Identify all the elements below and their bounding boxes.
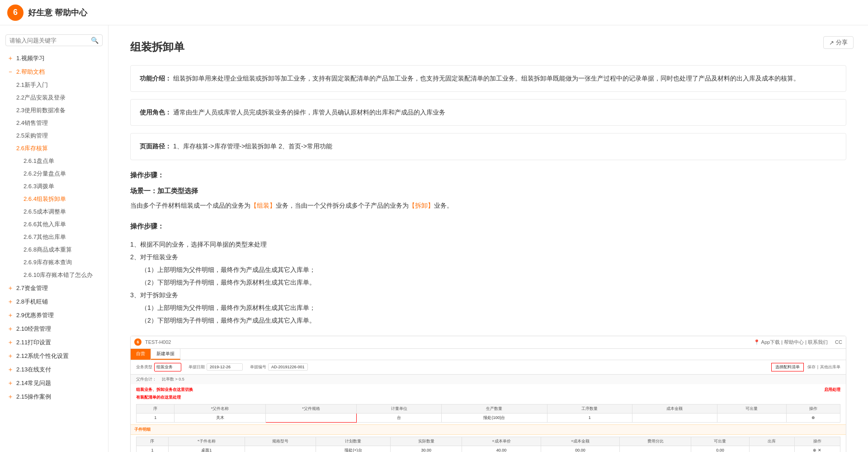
plus-icon-9: ＋: [7, 379, 14, 387]
mock-logo: 6: [134, 338, 142, 346]
mock-parent-row-1: 1 关木 台 报处(100)台 1 ⊕: [137, 413, 840, 422]
plus-icon: ＋: [7, 54, 14, 62]
sidebar-item-finance[interactable]: ＋ 2.7资金管理: [0, 281, 108, 295]
feature-intro-text: 组装拆卸单用来处理企业组装或拆卸等加工业务，支持有固定装配清单的产品加工业务，也…: [173, 75, 800, 82]
plus-icon-6: ＋: [7, 338, 14, 347]
plus-icon-7: ＋: [7, 352, 14, 360]
steps-title: 操作步骤：: [130, 222, 846, 231]
plus-icon-5: ＋: [7, 325, 14, 333]
mock-annotation-clearlist: 有装配清单的在这里处理: [136, 395, 181, 400]
sidebar-item-print[interactable]: ＋ 2.11打印设置: [0, 336, 108, 349]
sidebar-item-stocktake[interactable]: 2.6.1盘点单: [0, 155, 108, 167]
sidebar-item-payment[interactable]: ＋ 2.13在线支付: [0, 363, 108, 376]
mock-select-bill-btn: 选择配料清单: [771, 363, 804, 371]
sidebar-item-other-in[interactable]: 2.6.6其他入库单: [0, 218, 108, 231]
sidebar-item-data-prep[interactable]: 2.3使用前数据准备: [0, 104, 108, 117]
sidebar-item-install[interactable]: 2.2产品安装及登录: [0, 91, 108, 104]
share-button[interactable]: ↗ 分享: [823, 36, 854, 49]
sidebar-item-cost-recalc[interactable]: 2.6.8商品成本重算: [0, 243, 108, 256]
path-section: 页面路径： 1、库存核算->库存管理->组装拆卸单 2、首页->常用功能: [130, 133, 846, 160]
mock-tab-newbill: 新建单据: [151, 349, 180, 360]
sidebar-item-newbie[interactable]: 2.1新手入门: [0, 79, 108, 91]
sidebar-item-ops[interactable]: ＋ 2.10经营管理: [0, 322, 108, 336]
search-icon[interactable]: 🔍: [91, 37, 99, 44]
feature-intro-label: 功能介绍：: [140, 75, 171, 82]
content-area: ↗ 分享 组装拆卸单 功能介绍： 组装拆卸单用来处理企业组装或拆卸等加工业务，支…: [108, 25, 868, 452]
sidebar-item-ledger-fix[interactable]: 2.6.10库存账本错了怎么办: [0, 269, 108, 281]
sidebar-item-coupon[interactable]: ＋ 2.9优惠券管理: [0, 309, 108, 322]
sidebar-item-cases[interactable]: ＋ 2.15操作案例: [0, 390, 108, 404]
mock-parent-table: 序 *父件名称 *父件规格 计量单位 生产数量 工序数量 成本金额 可出量 操作: [136, 404, 840, 423]
mock-parent-section: 序 *父件名称 *父件规格 计量单位 生产数量 工序数量 成本金额 可出量 操作: [131, 402, 846, 424]
feature-intro-section: 功能介绍： 组装拆卸单用来处理企业组装或拆卸等加工业务，支持有固定装配清单的产品…: [130, 65, 846, 92]
search-box[interactable]: 🔍: [5, 34, 103, 46]
mock-tab-ziyingbtn: 自营: [131, 349, 151, 360]
mock-child-section-header: 子件明细: [131, 424, 846, 435]
search-input[interactable]: [9, 37, 91, 44]
mock-child-table: 序 *子件名称 规格型号 计划数量 实际数量 +成本单价 +成本金额 费用分比 …: [136, 437, 840, 452]
sidebar: 🔍 ＋ 1.视频学习 － 2.帮助文档 2.1新手入门 2.2产品安装及登录 2…: [0, 25, 108, 452]
mock-app-title: TEST-H002: [145, 339, 171, 345]
main-layout: 🔍 ＋ 1.视频学习 － 2.帮助文档 2.1新手入门 2.2产品安装及登录 2…: [0, 25, 868, 452]
sidebar-item-stock-ledger[interactable]: 2.6.9库存账本查询: [0, 256, 108, 269]
sidebar-item-cost-adjust[interactable]: 2.6.5成本调整单: [0, 205, 108, 218]
minus-icon: －: [7, 68, 14, 76]
steps-list: 1、根据不同的业务，选择不同单据的类型来处理 2、对于组装业务 （1）上部明细为…: [130, 238, 846, 327]
scene1-title: 场景一：加工类型选择: [130, 187, 846, 195]
mock-tab-row: 自营 新建单据: [131, 349, 846, 360]
mock-child-section: 序 *子件名称 规格型号 计划数量 实际数量 +成本单价 +成本金额 费用分比 …: [131, 435, 846, 452]
mock-type-input: 组装业务: [154, 363, 181, 371]
mock-child-row-1: 1 桌面1 报处(+)台 30.00 40.00 00.00 0.00 ⊕: [137, 446, 840, 452]
share-icon: ↗: [829, 39, 834, 46]
mock-annotation-enable: 启用处理: [824, 387, 840, 393]
plus-icon-3: ＋: [7, 298, 14, 306]
sidebar-item-mobile[interactable]: ＋ 2.8手机旺铺: [0, 295, 108, 309]
path-label: 页面路径：: [140, 143, 171, 150]
plus-icon-4: ＋: [7, 311, 14, 319]
site-title: 好生意 帮助中心: [28, 7, 87, 18]
sidebar-item-purchase[interactable]: 2.5采购管理: [0, 129, 108, 142]
sidebar-item-inventory[interactable]: 2.6库存核算: [0, 142, 108, 155]
role-text: 通常由生产人员或库管人员完成拆装业务的操作，库管人员确认原材料的出库和产成品的入…: [173, 109, 445, 116]
mock-titlebar: 6 TEST-H002 📍 App下载 | 帮助中心 | 联系我们 CC: [131, 336, 846, 349]
sidebar-item-assembly[interactable]: 2.6.4组装拆卸单: [0, 193, 108, 205]
sidebar-item-other-out[interactable]: 2.6.7其他出库单: [0, 231, 108, 243]
header: 6 好生意 帮助中心: [0, 0, 868, 25]
path-text: 1、库存核算->库存管理->组装拆卸单 2、首页->常用功能: [173, 143, 332, 150]
scene1-desc: 当由多个子件材料组装成一个成品的业务为【组装】业务，当由一个父件拆分成多个子产品…: [130, 200, 846, 211]
mock-form-row: 业务类型 组装业务 单据日期 2019-12-26 单据编号 AD-201912…: [131, 360, 846, 375]
sidebar-item-transfer[interactable]: 2.6.3调拨单: [0, 180, 108, 193]
mock-screenshot: 6 TEST-H002 📍 App下载 | 帮助中心 | 联系我们 CC 自营 …: [131, 336, 846, 452]
mock-annotation-assembly: 组装业务、拆卸业务在这里切换: [136, 387, 193, 393]
ops-title: 操作步骤：: [130, 171, 846, 180]
page-title: 组装拆卸单: [130, 40, 846, 54]
sidebar-item-video[interactable]: ＋ 1.视频学习: [0, 52, 108, 65]
mock-date-input: 2019-12-26: [207, 363, 243, 371]
role-label: 使用角色：: [140, 109, 171, 116]
role-section: 使用角色： 通常由生产人员或库管人员完成拆装业务的操作，库管人员确认原材料的出库…: [130, 99, 846, 126]
sidebar-item-partial-stocktake[interactable]: 2.6.2分量盘点单: [0, 167, 108, 180]
screenshot-container: 6 TEST-H002 📍 App下载 | 帮助中心 | 联系我们 CC 自营 …: [130, 336, 846, 452]
sidebar-item-faq[interactable]: ＋ 2.14常见问题: [0, 376, 108, 390]
plus-icon-10: ＋: [7, 393, 14, 401]
plus-icon-2: ＋: [7, 284, 14, 292]
plus-icon-8: ＋: [7, 366, 14, 374]
sidebar-item-personalize[interactable]: ＋ 2.12系统个性化设置: [0, 349, 108, 363]
mock-bill-input: AD-20191226-001: [268, 363, 308, 371]
mock-annotation-row1: 父件合计： 比率数 > 0.5: [131, 375, 846, 384]
sidebar-item-help-docs[interactable]: － 2.帮助文档: [0, 65, 108, 79]
sidebar-item-sales[interactable]: 2.4销售管理: [0, 117, 108, 129]
logo: 6: [7, 5, 24, 21]
